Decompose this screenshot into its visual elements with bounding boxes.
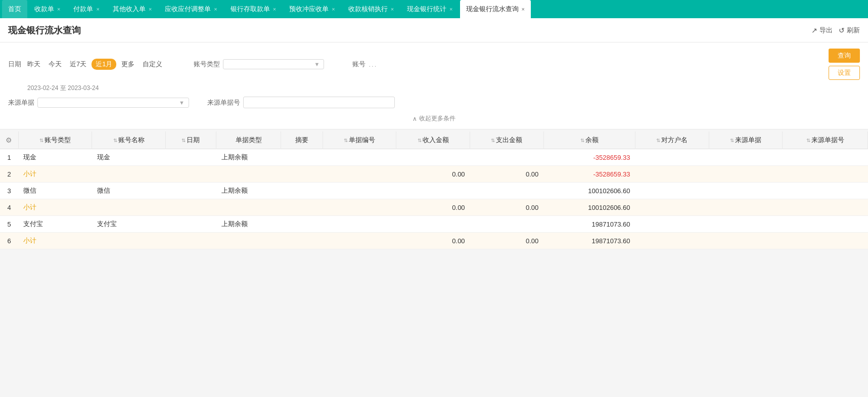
- nav-tab-close[interactable]: ×: [273, 6, 276, 12]
- chevron-down-icon-2: ▼: [179, 100, 185, 106]
- cell-account-name: [92, 166, 166, 183]
- cell-date: [165, 183, 216, 199]
- cell-summary: [281, 183, 323, 199]
- export-button[interactable]: ↗ 导出: [811, 26, 833, 35]
- table-row[interactable]: 1 现金 现金 上期余额 -3528659.33: [0, 149, 868, 166]
- cell-id: 6: [0, 233, 18, 249]
- nav-tab-8[interactable]: 现金银行流水查询×: [460, 0, 531, 18]
- cell-account-type: 小计: [18, 199, 92, 216]
- nav-tab-7[interactable]: 现金银行统计×: [401, 0, 459, 18]
- nav-tab-3[interactable]: 应收应付调整单×: [159, 0, 223, 18]
- col-date: ⇅日期: [165, 131, 216, 149]
- date-btn-custom[interactable]: 自定义: [140, 59, 165, 70]
- cell-doc-no: [323, 199, 396, 216]
- table-row[interactable]: 5 支付宝 支付宝 上期余额 19871073.60: [0, 216, 868, 233]
- col-settings[interactable]: ⚙: [0, 131, 18, 149]
- nav-tab-label: 收款单: [34, 5, 54, 14]
- refresh-icon: ↺: [839, 26, 845, 34]
- nav-tab-close[interactable]: ×: [96, 6, 99, 12]
- nav-tab-6[interactable]: 收款核销执行×: [342, 0, 400, 18]
- nav-tab-close[interactable]: ×: [522, 6, 525, 12]
- cell-doc-type: [216, 166, 281, 183]
- table-row[interactable]: 2 小计 0.00 0.00 -3528659.33: [0, 166, 868, 183]
- cell-account-name: 现金: [92, 149, 166, 166]
- cell-doc-no: [323, 233, 396, 249]
- nav-tab-label: 现金银行流水查询: [466, 5, 519, 14]
- nav-tab-close[interactable]: ×: [214, 6, 217, 12]
- nav-home-label: 首页: [8, 5, 21, 14]
- account-filter: 账号 ...: [352, 60, 377, 69]
- nav-tab-0[interactable]: 收款单×: [28, 0, 66, 18]
- col-source-doc-no: ⇅来源单据号: [783, 131, 868, 149]
- cell-doc-no: [323, 149, 396, 166]
- nav-tab-2[interactable]: 其他收入单×: [107, 0, 158, 18]
- col-source-doc: ⇅来源单据: [709, 131, 783, 149]
- table-row[interactable]: 3 微信 微信 上期余额 100102606.60: [0, 183, 868, 199]
- date-btn-1month[interactable]: 近1月: [92, 59, 116, 70]
- cell-summary: [281, 233, 323, 249]
- gear-icon[interactable]: ⚙: [6, 136, 12, 144]
- export-label: 导出: [819, 26, 833, 35]
- cell-account-type: 微信: [18, 183, 92, 199]
- date-btn-7days[interactable]: 近7天: [67, 59, 89, 70]
- col-income: ⇅收入金额: [396, 131, 470, 149]
- cell-id: 1: [0, 149, 18, 166]
- date-filter: 日期 昨天 今天 近7天 近1月 更多 自定义: [8, 59, 165, 70]
- cell-balance: -3528659.33: [543, 149, 635, 166]
- cell-expense: 0.00: [470, 233, 544, 249]
- cell-date: [165, 149, 216, 166]
- date-range-text: 2023-02-24 至 2023-03-24: [27, 84, 99, 92]
- page-title: 现金银行流水查询: [8, 24, 81, 36]
- nav-tab-close[interactable]: ×: [332, 6, 335, 12]
- nav-tab-label: 其他收入单: [113, 5, 146, 14]
- settings-button[interactable]: 设置: [829, 66, 860, 80]
- cell-balance: -3528659.33: [543, 166, 635, 183]
- filter-area: 日期 昨天 今天 近7天 近1月 更多 自定义 账号类型 ▼ 账号 ...: [0, 42, 868, 129]
- query-button[interactable]: 查询: [829, 49, 860, 63]
- nav-tab-label: 预收冲应收单: [289, 5, 329, 14]
- collapse-bar[interactable]: ∧ 收起更多条件: [8, 112, 860, 125]
- refresh-button[interactable]: ↺ 刷新: [839, 26, 860, 35]
- cell-doc-type: 上期余额: [216, 183, 281, 199]
- col-doc-type: 单据类型: [216, 131, 281, 149]
- cell-counterparty: [635, 233, 709, 249]
- account-type-select[interactable]: ▼: [223, 59, 324, 69]
- nav-tab-1[interactable]: 付款单×: [67, 0, 105, 18]
- table-row[interactable]: 6 小计 0.00 0.00 19871073.60: [0, 233, 868, 249]
- cell-income: 0.00: [396, 199, 470, 216]
- cell-counterparty: [635, 199, 709, 216]
- cell-account-name: [92, 199, 166, 216]
- table-row[interactable]: 4 小计 0.00 0.00 100102606.60: [0, 199, 868, 216]
- cell-counterparty: [635, 149, 709, 166]
- cell-account-name: [92, 233, 166, 249]
- cell-income: [396, 216, 470, 233]
- nav-tab-label: 收款核销执行: [348, 5, 388, 14]
- refresh-label: 刷新: [847, 26, 860, 35]
- nav-tab-5[interactable]: 预收冲应收单×: [283, 0, 341, 18]
- cell-id: 2: [0, 166, 18, 183]
- cell-expense: [470, 183, 544, 199]
- cell-doc-type: [216, 233, 281, 249]
- cell-summary: [281, 166, 323, 183]
- col-doc-no: ⇅单据编号: [323, 131, 396, 149]
- account-type-filter: 账号类型 ▼: [194, 59, 324, 69]
- cell-counterparty: [635, 183, 709, 199]
- account-dots[interactable]: ...: [369, 61, 377, 68]
- source-doc-no-input[interactable]: [243, 97, 395, 108]
- col-account-name: ⇅账号名称: [92, 131, 166, 149]
- nav-tab-close[interactable]: ×: [57, 6, 60, 12]
- date-btn-yesterday[interactable]: 昨天: [24, 59, 43, 70]
- cell-doc-no: [323, 216, 396, 233]
- cell-source-doc-no: [783, 233, 868, 249]
- source-doc-select[interactable]: ▼: [37, 98, 189, 108]
- date-btn-today[interactable]: 今天: [45, 59, 65, 70]
- table-body: 1 现金 现金 上期余额 -3528659.33 2 小计 0.00 0.00 …: [0, 149, 868, 249]
- col-expense: ⇅支出金额: [470, 131, 544, 149]
- collapse-icon: ∧: [413, 115, 417, 122]
- nav-tab-close[interactable]: ×: [149, 6, 152, 12]
- nav-tab-close[interactable]: ×: [449, 6, 452, 12]
- nav-home[interactable]: 首页: [2, 0, 27, 18]
- nav-tab-close[interactable]: ×: [391, 6, 394, 12]
- date-btn-more[interactable]: 更多: [118, 59, 138, 70]
- nav-tab-4[interactable]: 银行存取款单×: [224, 0, 282, 18]
